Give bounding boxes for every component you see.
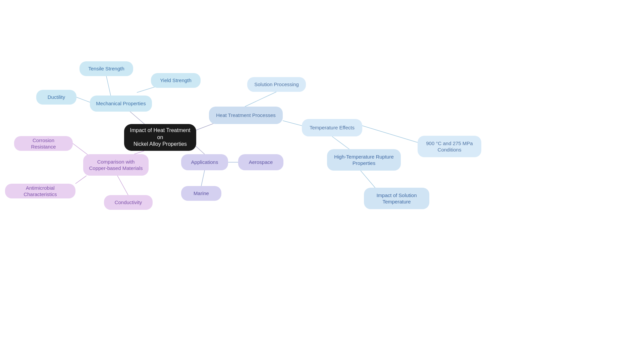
conditions-label: 900 °C and 275 MPa Conditions	[426, 140, 473, 153]
svg-line-12	[245, 92, 276, 107]
svg-line-4	[134, 151, 144, 154]
applications-node[interactable]: Applications	[181, 154, 228, 170]
antimicrobial-label: Antimicrobial Characteristics	[10, 185, 70, 198]
temperature-effects-node[interactable]: Temperature Effects	[302, 119, 362, 136]
corrosion-resistance-label: Corrosion Resistance	[19, 137, 67, 150]
svg-line-15	[361, 171, 376, 188]
high-temp-rupture-label: High-Temperature Rupture Properties	[334, 154, 394, 167]
impact-solution-temp-label: Impact of Solution Temperature	[376, 192, 417, 205]
tensile-strength-node[interactable]: Tensile Strength	[79, 61, 133, 76]
svg-line-3	[76, 97, 90, 102]
svg-line-7	[117, 176, 128, 195]
aerospace-label: Aerospace	[249, 159, 273, 166]
svg-line-6	[75, 176, 87, 184]
comparison-label: Comparison with Copper-based Materials	[89, 159, 143, 172]
tensile-strength-label: Tensile Strength	[88, 65, 124, 72]
marine-node[interactable]: Marine	[181, 186, 221, 201]
svg-line-16	[362, 126, 418, 142]
solution-processing-label: Solution Processing	[254, 81, 299, 88]
aerospace-node[interactable]: Aerospace	[238, 154, 283, 170]
solution-processing-node[interactable]: Solution Processing	[247, 77, 306, 92]
ductility-label: Ductility	[48, 94, 65, 101]
temperature-effects-label: Temperature Effects	[310, 124, 355, 131]
ductility-node[interactable]: Ductility	[36, 90, 76, 105]
comparison-node[interactable]: Comparison with Copper-based Materials	[83, 154, 149, 176]
yield-strength-node[interactable]: Yield Strength	[151, 73, 201, 88]
impact-solution-temp-node[interactable]: Impact of Solution Temperature	[364, 188, 429, 209]
conditions-node[interactable]: 900 °C and 275 MPa Conditions	[418, 136, 481, 157]
conductivity-label: Conductivity	[115, 199, 142, 206]
central-node[interactable]: Impact of Heat Treatment on Nickel Alloy…	[124, 124, 196, 151]
high-temp-rupture-node[interactable]: High-Temperature Rupture Properties	[327, 149, 401, 171]
svg-line-10	[201, 170, 205, 186]
corrosion-resistance-node[interactable]: Corrosion Resistance	[14, 136, 73, 151]
svg-line-1	[106, 76, 111, 96]
mechanical-properties-node[interactable]: Mechanical Properties	[90, 96, 152, 112]
svg-line-13	[283, 121, 302, 126]
antimicrobial-node[interactable]: Antimicrobial Characteristics	[5, 184, 75, 198]
heat-treatment-label: Heat Treatment Processes	[216, 112, 276, 119]
applications-label: Applications	[191, 159, 218, 166]
mechanical-properties-label: Mechanical Properties	[96, 100, 146, 107]
yield-strength-label: Yield Strength	[160, 77, 192, 84]
svg-line-14	[332, 136, 352, 151]
marine-label: Marine	[194, 190, 209, 197]
central-label: Impact of Heat Treatment on Nickel Alloy…	[129, 127, 191, 148]
heat-treatment-node[interactable]: Heat Treatment Processes	[209, 107, 283, 124]
conductivity-node[interactable]: Conductivity	[104, 195, 153, 210]
